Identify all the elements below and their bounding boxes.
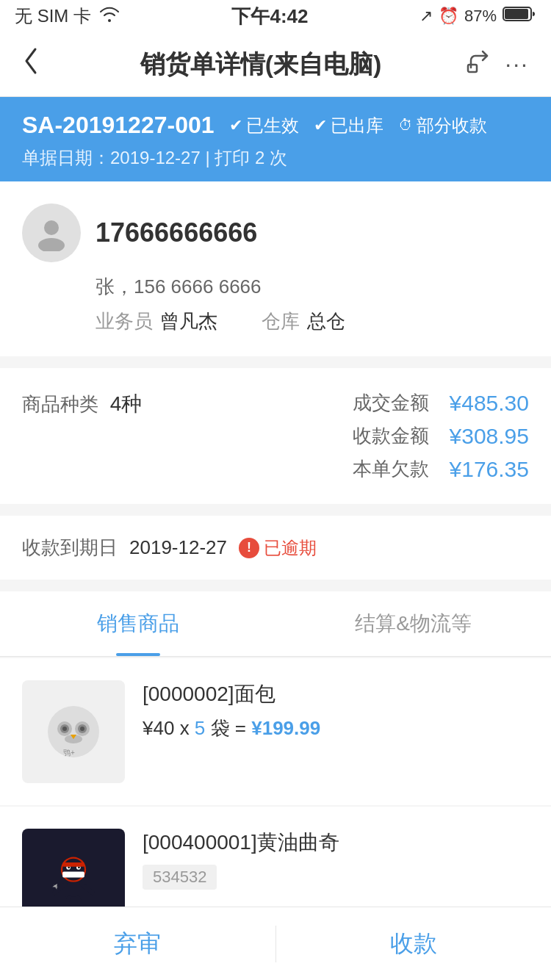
wifi-icon <box>98 6 120 26</box>
order-summary: 商品种类 4种 成交金额 ¥485.30 收款金额 ¥308.95 本单欠款 ¥… <box>0 368 551 504</box>
svg-text:鸮+: 鸮+ <box>63 749 75 757</box>
tab-sales-products[interactable]: 销售商品 <box>0 591 276 656</box>
overdue-text: 已逾期 <box>264 536 317 560</box>
back-button[interactable] <box>22 46 66 82</box>
svg-line-24 <box>82 884 92 893</box>
customer-section: 17666666666 张，156 6666 6666 业务员 曾凡杰 仓库 总… <box>0 181 551 356</box>
page-title: 销货单详情(来自电脑) <box>66 48 455 82</box>
product-sku-2: 534532 <box>143 865 217 890</box>
deal-label: 成交金额 <box>353 390 429 416</box>
status-badge-shipped: ✔ 已出库 <box>314 114 383 137</box>
salesperson-field: 业务员 曾凡杰 <box>96 309 217 334</box>
payment-label: 收款金额 <box>353 423 429 449</box>
product-price-1: ¥40 x 5 袋 = ¥199.99 <box>143 716 529 741</box>
status-right: ↗ ⏰ 87% <box>419 5 536 27</box>
avatar <box>22 203 81 262</box>
status-badge-active: ✔ ✔ 已生效 已生效 <box>229 114 299 137</box>
product-info-1: [0000002]面包 ¥40 x 5 袋 = ¥199.99 <box>143 680 529 741</box>
product-image-1: 鸮+ <box>22 680 125 783</box>
product-tabs: 销售商品 结算&物流等 <box>0 591 551 657</box>
svg-point-3 <box>44 220 59 235</box>
product-name-text-2: 黄油曲奇 <box>257 831 339 854</box>
overdue-badge: ! 已逾期 <box>239 536 317 560</box>
more-icon[interactable]: ··· <box>505 51 529 78</box>
share-icon[interactable] <box>467 50 490 79</box>
nav-bar: 销货单详情(来自电脑) ··· <box>0 32 551 97</box>
svg-rect-22 <box>65 882 82 897</box>
price-total-1: ¥199.99 <box>251 717 320 739</box>
product-code-2: [000400001] <box>143 831 257 854</box>
carrier-text: 无 SIM 卡 <box>15 4 91 28</box>
salesperson-label: 业务员 <box>96 309 153 334</box>
location-icon: ↗ <box>419 7 433 26</box>
due-label: 收款到期日 <box>22 535 118 561</box>
bottom-action-bar: 弃审 收款 <box>0 907 551 980</box>
tab-settlement-label: 结算&物流等 <box>355 610 472 638</box>
svg-point-21 <box>78 866 80 868</box>
warehouse-label: 仓库 <box>262 309 300 334</box>
order-id: SA-20191227-001 <box>22 112 215 139</box>
svg-point-4 <box>38 238 65 251</box>
svg-point-11 <box>80 727 84 731</box>
order-header-banner: SA-20191227-001 ✔ ✔ 已生效 已生效 ✔ 已出库 ⏱ 部分收款… <box>0 97 551 181</box>
status-left: 无 SIM 卡 <box>15 4 120 28</box>
svg-line-25 <box>65 897 70 907</box>
debt-amount: 本单欠款 ¥176.35 <box>353 456 529 482</box>
overdue-icon: ! <box>239 538 259 558</box>
payment-button[interactable]: 收款 <box>276 907 552 980</box>
svg-point-10 <box>62 727 67 731</box>
product-name-text-1: 面包 <box>234 682 276 705</box>
product-name-2: [000400001]黄油曲奇 <box>143 829 529 857</box>
price-unit-1: ¥40 <box>143 717 174 739</box>
cancel-audit-button[interactable]: 弃审 <box>0 907 276 980</box>
payment-amount: 收款金额 ¥308.95 <box>353 423 529 449</box>
deal-amount: 成交金额 ¥485.30 <box>353 390 529 416</box>
due-date-value: 2019-12-27 <box>129 536 227 559</box>
customer-phone: 17666666666 <box>96 217 257 248</box>
deal-value: ¥485.30 <box>441 391 529 416</box>
product-name-1: [0000002]面包 <box>143 680 529 708</box>
debt-value: ¥176.35 <box>441 457 529 482</box>
financial-summary: 成交金额 ¥485.30 收款金额 ¥308.95 本单欠款 ¥176.35 <box>353 390 529 482</box>
tab-sales-label: 销售商品 <box>97 610 179 638</box>
kinds-value: 4种 <box>110 390 143 418</box>
customer-meta: 业务员 曾凡杰 仓库 总仓 <box>22 309 529 334</box>
warehouse-field: 仓库 总仓 <box>262 309 345 334</box>
due-date-section: 收款到期日 2019-12-27 ! 已逾期 <box>0 516 551 580</box>
status-bar: 无 SIM 卡 下午4:42 ↗ ⏰ 87% <box>0 0 551 32</box>
debt-label: 本单欠款 <box>353 456 429 482</box>
salesperson-value: 曾凡杰 <box>160 309 217 334</box>
list-item: 鸮+ [0000002]面包 ¥40 x 5 袋 = ¥199.99 <box>0 658 551 805</box>
svg-rect-17 <box>62 872 84 878</box>
svg-rect-1 <box>505 9 528 19</box>
status-badge-partial: ⏱ 部分收款 <box>398 114 487 137</box>
customer-contact: 张，156 6666 6666 <box>22 274 529 300</box>
warehouse-value: 总仓 <box>307 309 345 334</box>
price-unit-label-1: 袋 <box>211 717 230 739</box>
payment-value: ¥308.95 <box>441 424 529 449</box>
svg-rect-2 <box>468 65 477 72</box>
battery-icon <box>503 5 536 27</box>
tab-settlement[interactable]: 结算&物流等 <box>276 591 551 656</box>
svg-point-20 <box>68 866 70 868</box>
alarm-icon: ⏰ <box>439 7 458 26</box>
product-kinds: 商品种类 4种 <box>22 390 142 418</box>
svg-line-26 <box>78 897 82 907</box>
order-date-info: 单据日期：2019-12-27 | 打印 2 次 <box>22 146 529 170</box>
battery-text: 87% <box>464 7 497 26</box>
nav-actions: ··· <box>455 50 529 79</box>
kinds-label: 商品种类 <box>22 393 98 415</box>
svg-rect-27 <box>62 862 84 867</box>
product-code-1: [0000002] <box>143 682 234 705</box>
price-qty-1: 5 <box>195 717 205 739</box>
time-display: 下午4:42 <box>231 4 308 29</box>
